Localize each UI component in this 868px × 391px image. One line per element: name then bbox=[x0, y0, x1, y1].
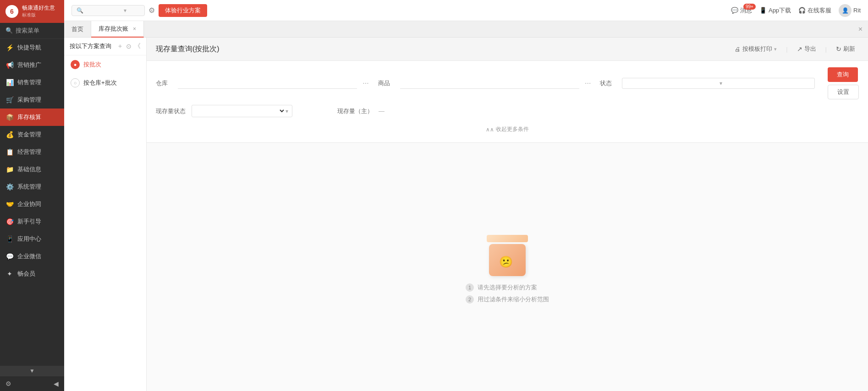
print-label: 按模板打印 bbox=[742, 45, 772, 53]
tab-inventory-batch[interactable]: 库存批次账× bbox=[91, 21, 144, 38]
collapse-panel-icon[interactable]: 《 bbox=[134, 42, 141, 50]
sidebar-nav: ⚡ 快捷导航 📢 营销推广 📊 销售管理 🛒 采购管理 📦 库存核算 💰 资金管… bbox=[0, 39, 64, 366]
empty-face: 😕 bbox=[499, 255, 513, 268]
sidebar-item-wechat[interactable]: 💬 企业微信 bbox=[0, 248, 64, 265]
sidebar-item-enterprise[interactable]: 🤝 企业协同 bbox=[0, 196, 64, 213]
export-btn[interactable]: ↗ 导出 bbox=[793, 43, 820, 55]
user-avatar-icon: 👤 bbox=[842, 7, 849, 14]
empty-state: 😕 1 请先选择要分析的方案 2 用过滤条件来缩小分析范围 bbox=[147, 143, 868, 391]
stock-qty-field: 现存量（主） — bbox=[337, 107, 521, 115]
filter-area: 仓库 ··· 商品 ··· 状态 ▾ bbox=[147, 61, 868, 143]
add-scheme-icon[interactable]: ＋ bbox=[117, 42, 123, 50]
product-input[interactable] bbox=[400, 78, 579, 89]
status-select[interactable]: ▾ bbox=[622, 78, 815, 89]
online-service-label: 在线客服 bbox=[808, 6, 831, 15]
empty-hints: 1 请先选择要分析的方案 2 用过滤条件来缩小分析范围 bbox=[466, 283, 549, 304]
print-icon: 🖨 bbox=[735, 46, 741, 53]
scheme-label-by-batch: 按批次 bbox=[83, 60, 101, 69]
online-service-btn[interactable]: 🎧 在线客服 bbox=[798, 6, 831, 15]
main-area: 🔍 ▾ ⚙ 体验行业方案 💬 消息 99+ 📱 App下载 🎧 在线客服 bbox=[64, 0, 868, 391]
sidebar-item-finance[interactable]: 💰 资金管理 bbox=[0, 126, 64, 143]
messages-btn[interactable]: 💬 消息 99+ bbox=[731, 6, 752, 15]
settings-button[interactable]: 设置 bbox=[828, 85, 859, 99]
print-btn[interactable]: 🖨 按模板打印 ▾ bbox=[731, 43, 780, 55]
tab-close-all-btn[interactable]: × bbox=[853, 25, 868, 33]
sidebar-item-inventory[interactable]: 📦 库存核算 bbox=[0, 109, 64, 126]
scheme-icon-by-warehouse-batch: ○ bbox=[71, 78, 80, 87]
stock-status-dropdown[interactable] bbox=[196, 107, 286, 115]
left-panel: 按以下方案查询 ＋ ⊙ 《 ● 按批次 ○ 按仓库+批次 bbox=[64, 38, 147, 391]
nav-icon-guide: 🎯 bbox=[5, 217, 14, 226]
scheme-by-batch[interactable]: ● 按批次 bbox=[64, 55, 146, 74]
sidebar-search-label: 搜索菜单 bbox=[16, 27, 39, 35]
topbar-search-icon: 🔍 bbox=[77, 7, 83, 14]
action-buttons: 查询 设置 bbox=[822, 67, 859, 99]
scheme-settings-icon[interactable]: ⊙ bbox=[126, 43, 132, 50]
sidebar-scroll-down[interactable]: ▼ bbox=[0, 366, 64, 376]
left-panel-header: 按以下方案查询 ＋ ⊙ 《 bbox=[64, 38, 146, 55]
nav-icon-sales: 📊 bbox=[5, 78, 14, 87]
nav-icon-wechat: 💬 bbox=[5, 252, 14, 261]
sidebar-item-purchase[interactable]: 🛒 采购管理 bbox=[0, 91, 64, 109]
nav-label-member: 畅会员 bbox=[17, 270, 35, 278]
topbar-search-area[interactable]: 🔍 ▾ bbox=[71, 5, 145, 16]
sidebar-item-operation[interactable]: 📋 经营管理 bbox=[0, 143, 64, 161]
search-icon: 🔍 bbox=[5, 27, 13, 34]
page-title: 现存量查询(按批次) bbox=[156, 44, 220, 54]
refresh-btn[interactable]: ↻ 刷新 bbox=[832, 43, 859, 55]
sidebar-item-sales[interactable]: 📊 销售管理 bbox=[0, 74, 64, 91]
sidebar-item-marketing[interactable]: 📢 营销推广 bbox=[0, 56, 64, 74]
nav-label-inventory: 库存核算 bbox=[17, 113, 41, 121]
scheme-icon-by-batch: ● bbox=[71, 60, 80, 69]
stock-status-select[interactable]: ▾ bbox=[192, 105, 292, 117]
product-label: 商品 bbox=[378, 79, 396, 87]
app-name: 畅康通好生意 bbox=[22, 5, 55, 12]
nav-label-enterprise: 企业协同 bbox=[17, 200, 41, 208]
sidebar-collapse-btn[interactable]: ◀ bbox=[54, 380, 59, 387]
app-download-icon: 📱 bbox=[759, 7, 767, 14]
messages-badge: 99+ bbox=[743, 4, 756, 10]
stock-status-label: 现存量状态 bbox=[156, 107, 188, 115]
sidebar-item-shortcut[interactable]: ⚡ 快捷导航 bbox=[0, 39, 64, 56]
topbar-search-input[interactable] bbox=[85, 7, 122, 14]
tab-label-home: 首页 bbox=[71, 25, 83, 33]
sidebar-logo: 6 bbox=[5, 5, 18, 18]
sidebar-item-member[interactable]: ✦ 畅会员 bbox=[0, 265, 64, 282]
nav-icon-operation: 📋 bbox=[5, 148, 14, 156]
topbar-settings-icon[interactable]: ⚙ bbox=[148, 6, 155, 15]
tab-close-inventory-batch[interactable]: × bbox=[133, 26, 136, 32]
empty-box: 😕 bbox=[489, 244, 526, 276]
sidebar-item-basic[interactable]: 📁 基础信息 bbox=[0, 161, 64, 178]
sidebar-item-system[interactable]: ⚙️ 系统管理 bbox=[0, 178, 64, 196]
status-field: 状态 ▾ bbox=[600, 78, 815, 89]
status-label: 状态 bbox=[600, 79, 618, 87]
print-dropdown-icon[interactable]: ▾ bbox=[774, 46, 777, 52]
user-name: Rit bbox=[853, 7, 861, 14]
sidebar-settings-btn[interactable]: ⚙ bbox=[5, 380, 11, 387]
filter-row-1: 仓库 ··· 商品 ··· 状态 ▾ bbox=[156, 67, 859, 99]
sidebar-search[interactable]: 🔍 搜索菜单 bbox=[0, 23, 64, 39]
app-download-label: App下载 bbox=[769, 6, 791, 15]
nav-icon-member: ✦ bbox=[5, 270, 14, 278]
divider2: | bbox=[825, 46, 827, 53]
warehouse-input[interactable] bbox=[178, 78, 357, 89]
topbar-search-dropdown-icon[interactable]: ▾ bbox=[124, 7, 126, 14]
trial-button[interactable]: 体验行业方案 bbox=[159, 4, 207, 17]
filter-row-2: 现存量状态 ▾ 现存量（主） — bbox=[156, 105, 859, 117]
tab-home[interactable]: 首页 bbox=[64, 21, 91, 38]
product-dots-btn[interactable]: ··· bbox=[583, 79, 593, 87]
content-area: 按以下方案查询 ＋ ⊙ 《 ● 按批次 ○ 按仓库+批次 现存量查询(按批次) … bbox=[64, 38, 868, 391]
title-actions: 🖨 按模板打印 ▾ | ↗ 导出 | ↻ 刷新 bbox=[731, 43, 859, 55]
collapse-btn[interactable]: ∧∧ 收起更多条件 bbox=[156, 123, 859, 136]
sidebar-item-apps[interactable]: 📱 应用中心 bbox=[0, 230, 64, 248]
nav-label-shortcut: 快捷导航 bbox=[17, 43, 41, 52]
stock-qty-label: 现存量（主） bbox=[337, 107, 373, 115]
app-download-btn[interactable]: 📱 App下载 bbox=[759, 6, 791, 15]
sidebar-item-guide[interactable]: 🎯 新手引导 bbox=[0, 213, 64, 230]
scheme-by-warehouse-batch[interactable]: ○ 按仓库+批次 bbox=[64, 74, 146, 92]
user-menu[interactable]: 👤 Rit bbox=[839, 4, 861, 17]
stock-status-field: 现存量状态 ▾ bbox=[156, 105, 330, 117]
warehouse-dots-btn[interactable]: ··· bbox=[361, 79, 370, 87]
query-button[interactable]: 查询 bbox=[828, 67, 858, 82]
sidebar-footer: ⚙ ◀ bbox=[0, 376, 64, 391]
